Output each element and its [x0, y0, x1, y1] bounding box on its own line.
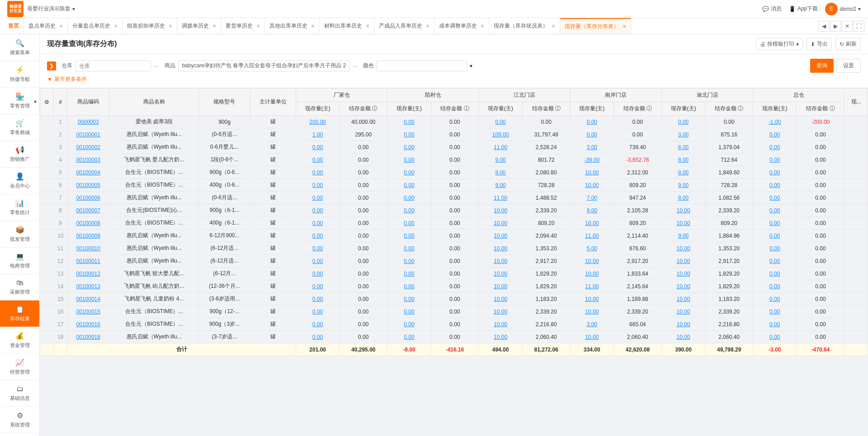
table-cell[interactable]: 00100014 — [67, 293, 109, 305]
table-cell[interactable]: 00100013 — [67, 280, 109, 293]
table-cell[interactable]: 11.00 — [479, 192, 522, 204]
table-cell[interactable]: 00100008 — [67, 217, 109, 230]
table-cell[interactable]: 0.00 — [570, 116, 613, 128]
table-cell[interactable]: 10.00 — [479, 318, 522, 331]
tab-close-icon[interactable]: ✕ — [256, 23, 260, 28]
table-cell[interactable]: 0.00 — [753, 255, 797, 267]
color-input[interactable] — [377, 61, 467, 71]
table-cell[interactable]: 8.00 — [661, 154, 705, 166]
table-cell[interactable]: 7.00 — [570, 192, 613, 204]
table-cell[interactable]: 3.00 — [661, 128, 705, 141]
tab-expand-button[interactable]: ⛶ — [854, 21, 864, 32]
table-cell[interactable]: 0.00 — [753, 280, 797, 293]
table-cell[interactable]: 0.00 — [387, 255, 431, 267]
sidebar-item-system[interactable]: ⚙ 系统管理 — [0, 407, 39, 433]
table-cell[interactable]: 0.00 — [387, 128, 431, 141]
refresh-button[interactable]: ↻ 刷新 — [835, 38, 861, 50]
table-cell[interactable]: 0.00 — [296, 242, 340, 255]
app-download-button[interactable]: 📱 App下载 — [789, 5, 818, 13]
sidebar-item-basic[interactable]: 🗂 基础信息 — [0, 380, 39, 407]
sidebar-item-collab[interactable]: 🤝 企业协同 — [0, 433, 39, 436]
tab-cost-adjust[interactable]: 成本调整单历史 ✕ — [434, 18, 489, 34]
table-cell[interactable]: 0.00 — [387, 217, 431, 230]
table-cell[interactable]: 0.00 — [296, 255, 340, 267]
table-cell[interactable]: 0.00 — [387, 166, 431, 179]
table-cell[interactable]: 0.00 — [753, 204, 797, 217]
table-cell[interactable]: 10.00 — [661, 318, 705, 331]
table-cell[interactable]: 0000003 — [67, 116, 109, 128]
table-cell[interactable]: 10.00 — [479, 280, 522, 293]
tab-product-in[interactable]: 产成品入库单历史 ✕ — [374, 18, 434, 34]
tab-close-all-button[interactable]: ✕ — [842, 21, 853, 32]
table-cell[interactable]: 0.00 — [296, 192, 340, 204]
expand-conditions-button[interactable]: ▼ 展开更多条件 — [47, 75, 861, 83]
table-cell[interactable]: 0.00 — [753, 179, 797, 192]
table-cell[interactable]: 10.00 — [661, 305, 705, 318]
sidebar-item-ops[interactable]: 📈 经营管理 — [0, 354, 39, 380]
table-cell[interactable]: 11.00 — [479, 141, 522, 154]
sidebar-item-member[interactable]: 👤 会员中心 — [0, 168, 39, 194]
tab-close-icon[interactable]: ✕ — [311, 23, 315, 28]
table-cell[interactable]: 10.00 — [570, 293, 613, 305]
table-cell[interactable]: 10.00 — [661, 280, 705, 293]
sidebar-item-ecom[interactable]: 💻 电商管理 — [0, 248, 39, 274]
table-cell[interactable]: 0.00 — [296, 204, 340, 217]
table-cell[interactable]: 0.00 — [296, 293, 340, 305]
table-cell[interactable]: 0.00 — [753, 141, 797, 154]
table-cell[interactable]: 0.00 — [753, 166, 797, 179]
table-cell[interactable]: 00100004 — [67, 166, 109, 179]
table-cell[interactable]: 1.00 — [296, 128, 340, 141]
table-cell[interactable]: 0.00 — [753, 242, 797, 255]
tab-assemble[interactable]: 组装折卸单历史 ✕ — [123, 18, 177, 34]
table-cell[interactable]: 109.00 — [479, 128, 522, 141]
table-cell[interactable]: 0.00 — [387, 293, 431, 305]
table-cell[interactable]: 9.00 — [570, 204, 613, 217]
table-cell[interactable]: 00100015 — [67, 305, 109, 318]
sidebar-item-marketing[interactable]: 📢 营销推广 — [0, 141, 39, 168]
table-cell[interactable]: 00100001 — [67, 128, 109, 141]
product-input[interactable] — [178, 61, 350, 71]
table-cell[interactable]: 10.00 — [661, 293, 705, 305]
table-cell[interactable]: 0.00 — [387, 230, 431, 242]
tab-adjust[interactable]: 调拨单历史 ✕ — [177, 18, 221, 34]
table-cell[interactable]: 00100016 — [67, 318, 109, 331]
sidebar-item-nav[interactable]: ⚡ 快捷导航 — [0, 61, 39, 88]
table-cell[interactable]: 8.00 — [661, 166, 705, 179]
table-cell[interactable]: 00100010 — [67, 242, 109, 255]
table-cell[interactable]: 0.00 — [753, 293, 797, 305]
table-cell[interactable]: 10.00 — [661, 331, 705, 343]
tab-prev-button[interactable]: ◀ — [818, 21, 829, 32]
table-cell[interactable]: 8.00 — [661, 192, 705, 204]
table-cell[interactable]: 9.00 — [661, 179, 705, 192]
table-cell[interactable]: 10.00 — [570, 179, 613, 192]
table-cell[interactable]: 0.00 — [387, 267, 431, 280]
table-cell[interactable]: 6.00 — [661, 141, 705, 154]
company-selector[interactable]: 母婴行业演示陈套 ▾ — [27, 5, 75, 13]
query-button[interactable]: 查询 — [810, 59, 834, 73]
table-cell[interactable]: 9.00 — [479, 166, 522, 179]
table-cell[interactable]: 9.00 — [661, 230, 705, 242]
tab-close-icon[interactable]: ✕ — [366, 23, 369, 28]
table-cell[interactable]: 0.00 — [296, 217, 340, 230]
tab-stock-dist[interactable]: 现存量（库存分布表） ✕ — [560, 18, 631, 34]
table-cell[interactable]: 0.00 — [296, 305, 340, 318]
message-button[interactable]: 💬 消息 — [762, 5, 782, 13]
table-cell[interactable]: 0.00 — [753, 217, 797, 230]
tab-inventory[interactable]: 盘点单历史 ✕ — [24, 18, 68, 34]
table-cell[interactable]: 0.00 — [296, 318, 340, 331]
sidebar-item-finance[interactable]: 💰 资金管理 — [0, 327, 39, 354]
table-cell[interactable]: 10.00 — [661, 242, 705, 255]
tab-close-icon[interactable]: ✕ — [552, 23, 555, 28]
table-cell[interactable]: 10.00 — [479, 242, 522, 255]
table-cell[interactable]: -39.00 — [570, 154, 613, 166]
table-cell[interactable]: 00100005 — [67, 179, 109, 192]
sidebar-item-retail-store[interactable]: 🛒 零售商城 — [0, 114, 39, 141]
tab-material-out[interactable]: 材料出库单历史 ✕ — [320, 18, 374, 34]
table-cell[interactable]: 0.00 — [296, 166, 340, 179]
tab-home[interactable]: 首页 — [4, 18, 24, 34]
table-cell[interactable]: 10.00 — [479, 331, 522, 343]
table-cell[interactable]: 0.00 — [661, 116, 705, 128]
table-cell[interactable]: 11.00 — [570, 230, 613, 242]
sidebar-item-stock[interactable]: 📋 库存核算 — [0, 300, 39, 327]
table-cell[interactable]: 00100009 — [67, 230, 109, 242]
